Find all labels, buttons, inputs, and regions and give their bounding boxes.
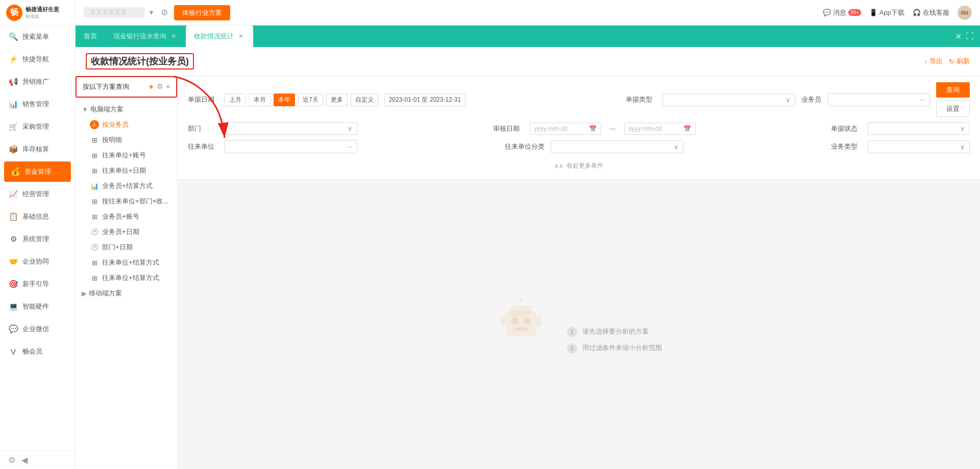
- empty-hint-2: 2 用过滤条件来缩小分析范围: [567, 343, 662, 354]
- biz-type-select[interactable]: ∨: [868, 140, 970, 153]
- date-btn-this-month[interactable]: 本月: [249, 93, 271, 106]
- sidebar-item-basic[interactable]: 📋 基础信息: [0, 205, 75, 228]
- review-date-end[interactable]: yyyy-mm-dd 📅: [624, 123, 696, 135]
- salesperson-select[interactable]: ···: [828, 93, 930, 106]
- date-btn-7days[interactable]: 近7天: [298, 93, 323, 106]
- trial-button[interactable]: 体验行业方案: [174, 5, 230, 20]
- sidebar-item-vip[interactable]: V 畅会员: [0, 340, 75, 363]
- partner-more-icon[interactable]: ···: [347, 143, 353, 151]
- sidebar-item-sales[interactable]: 📊 销售管理: [0, 93, 75, 115]
- tree-item-partner-date[interactable]: ⊞ 往来单位+日期: [76, 163, 177, 178]
- add-schema-icon[interactable]: +: [149, 82, 153, 91]
- filter-actions: 查询 设置: [936, 82, 970, 117]
- hint-num-2: 2: [567, 343, 577, 354]
- sidebar-item-finance[interactable]: 💰 资金管理: [4, 161, 71, 182]
- sidebar-item-search[interactable]: 🔍 搜索菜单: [0, 26, 75, 48]
- app-download-button[interactable]: 📱 App下载: [869, 8, 904, 17]
- date-btn-more[interactable]: 更多: [326, 93, 348, 106]
- collapse-filter-button[interactable]: ∧∧ 收起更多条件: [188, 158, 970, 173]
- tree-group-mobile-header[interactable]: ▶ 移动端方案: [76, 286, 177, 301]
- date-btn-custom[interactable]: 自定义: [351, 93, 378, 106]
- settings-bottom-icon[interactable]: ⚙: [8, 455, 15, 465]
- export-button[interactable]: ↑ 导出: [924, 57, 943, 66]
- sidebar-item-wechat[interactable]: 💬 企业微信: [0, 318, 75, 340]
- tab-bank-flow[interactable]: 现金银行流水查询 ✕: [105, 26, 186, 47]
- sidebar-item-purchase[interactable]: 🛒 采购管理: [0, 115, 75, 138]
- sidebar-item-quicknav[interactable]: ⚡ 快捷导航: [0, 48, 75, 71]
- tab-receipt-stats-close[interactable]: ✕: [237, 32, 245, 40]
- empty-hints: 1 请先选择要分析的方案 2 用过滤条件来缩小分析范围: [567, 327, 662, 354]
- tree-item-partner-account[interactable]: ⊞ 往来单位+账号: [76, 148, 177, 163]
- service-icon: 🎧: [913, 9, 921, 16]
- settings-button[interactable]: 设置: [936, 101, 970, 117]
- date-separator: —: [607, 125, 618, 132]
- date-btn-last-month[interactable]: 上月: [225, 93, 246, 106]
- online-service-button[interactable]: 🎧 在线客服: [913, 8, 949, 17]
- review-date-start[interactable]: yyyy-mm-dd 📅: [530, 123, 601, 135]
- tab-home[interactable]: 首页: [76, 26, 105, 47]
- sidebar-item-hardware[interactable]: 💻 智能硬件: [0, 295, 75, 318]
- message-button[interactable]: 💬 消息 99+: [823, 8, 861, 17]
- tree-item-partner-payment2[interactable]: ⊞ 往来单位+结算方式: [76, 270, 177, 286]
- type-chevron-icon: ∨: [786, 96, 791, 104]
- sidebar-item-enterprise[interactable]: 🤝 企业协同: [0, 250, 75, 273]
- export-icon: ↑: [924, 58, 928, 65]
- query-button[interactable]: 查询: [936, 82, 970, 98]
- date-label: 单据日期: [188, 95, 218, 104]
- finance-icon: 💰: [10, 167, 20, 177]
- tab-bank-flow-close[interactable]: ✕: [169, 32, 178, 40]
- user-avatar[interactable]: Rit: [958, 6, 972, 20]
- operations-icon: 📈: [8, 189, 18, 199]
- sidebar-item-system[interactable]: ⚙ 系统管理: [0, 228, 75, 250]
- sidebar-item-operations[interactable]: 📈 经营管理: [0, 183, 75, 205]
- left-panel-icons: + ⚙ «: [149, 82, 170, 91]
- tree-item-salesperson-date[interactable]: 🕐 业务员+日期: [76, 224, 177, 240]
- partner-payment2-icon: ⊞: [90, 273, 99, 283]
- refresh-button[interactable]: ↻ 刷新: [949, 57, 970, 66]
- type-select[interactable]: ∨: [663, 93, 795, 106]
- date-range-display: 2023-01-01 至 2023-12-31: [384, 93, 465, 106]
- empty-robot-icon: [496, 295, 547, 354]
- partner-category-select[interactable]: ∨: [551, 140, 683, 153]
- tab-close-all-icon[interactable]: ✕: [955, 32, 962, 41]
- status-select[interactable]: ∨: [868, 122, 970, 135]
- message-icon: 💬: [823, 9, 831, 16]
- svg-rect-6: [536, 316, 542, 326]
- sales-icon: 📊: [8, 99, 18, 109]
- sidebar-item-guide[interactable]: 🎯 新手引导: [0, 273, 75, 295]
- empty-state: 1 请先选择要分析的方案 2 用过滤条件来缩小分析范围: [496, 295, 662, 354]
- tree-item-detail[interactable]: ⊞ 按明细: [76, 132, 177, 148]
- tree-item-salesperson-payment[interactable]: 📊 业务员+结算方式: [76, 178, 177, 194]
- partner-select[interactable]: ···: [225, 140, 357, 153]
- collapse-sidebar-icon[interactable]: ◀: [21, 455, 28, 465]
- collapse-panel-icon[interactable]: «: [166, 82, 170, 91]
- dept-select[interactable]: ∨: [225, 122, 357, 135]
- salesperson-label: 业务员: [801, 95, 822, 104]
- tree-item-partner-dept[interactable]: ⊞ 按往来单位+部门+收...: [76, 194, 177, 209]
- empty-hint-1: 1 请先选择要分析的方案: [567, 327, 662, 337]
- tab-receipt-stats[interactable]: 收款情况统计 ✕: [186, 26, 253, 47]
- svg-point-3: [524, 317, 531, 324]
- tree-item-salesperson-account[interactable]: ⊞ 业务员+账号: [76, 209, 177, 224]
- desktop-group-arrow: ▼: [82, 106, 88, 113]
- date-btn-this-year[interactable]: 本年: [274, 93, 295, 106]
- tree-item-by-salesperson[interactable]: 人 按业务员: [76, 117, 177, 132]
- tree-item-dept-date[interactable]: 🕐 部门+日期: [76, 240, 177, 255]
- topbar-username: 某某某某某某: [84, 7, 145, 18]
- filter-row-dept: 部门 ∨ 审核日期 yyyy-mm-dd 📅 — y: [188, 122, 970, 135]
- type-label: 单据类型: [626, 95, 656, 104]
- hardware-icon: 💻: [8, 301, 18, 312]
- inventory-icon: 📦: [8, 144, 18, 154]
- sidebar-item-inventory[interactable]: 📦 库存核算: [0, 138, 75, 160]
- review-date-label: 审核日期: [493, 124, 524, 133]
- sidebar-item-marketing[interactable]: 📢 营销推广: [0, 71, 75, 93]
- wechat-icon: 💬: [8, 324, 18, 334]
- salesperson-more-icon[interactable]: ···: [919, 96, 925, 104]
- tree-item-partner-payment1[interactable]: ⊞ 往来单位+结算方式: [76, 255, 177, 270]
- tree-group-desktop-label: 电脑端方案: [90, 105, 124, 114]
- topbar-dropdown-icon[interactable]: ▼: [148, 9, 155, 16]
- topbar-gear-icon[interactable]: ⚙: [161, 8, 168, 17]
- tab-expand-icon[interactable]: ⛶: [966, 32, 974, 41]
- tree-group-desktop-header[interactable]: ▼ 电脑端方案: [76, 102, 177, 117]
- schema-settings-icon[interactable]: ⚙: [157, 82, 163, 91]
